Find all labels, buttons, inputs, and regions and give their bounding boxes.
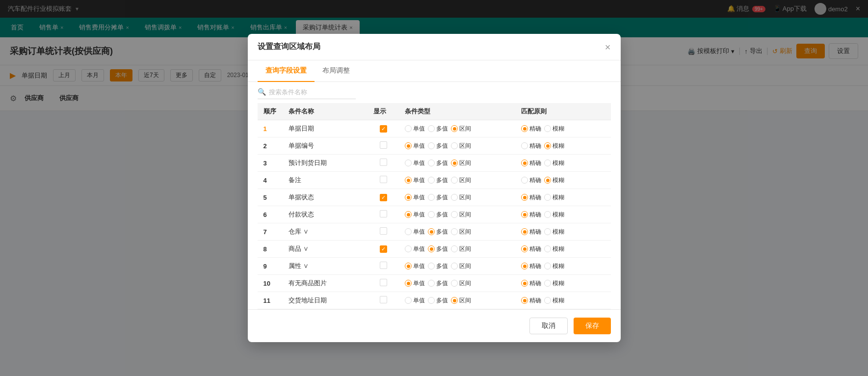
radio-circle-icon — [405, 160, 412, 166]
show-checkbox[interactable]: ✓ — [380, 194, 387, 201]
radio-label: 区间 — [459, 245, 471, 253]
radio-label: 精确 — [529, 279, 541, 288]
type-radio-item[interactable]: 区间 — [451, 245, 471, 253]
show-checkbox[interactable] — [380, 227, 387, 235]
cell-show[interactable] — [368, 258, 399, 275]
search-input[interactable] — [269, 88, 356, 96]
radio-circle-icon — [521, 280, 528, 287]
type-radio-item[interactable]: 区间 — [451, 296, 471, 305]
cell-show[interactable] — [368, 172, 399, 189]
show-checkbox[interactable] — [380, 159, 387, 166]
type-radio-item[interactable]: 单值 — [405, 245, 425, 253]
match-radio-item[interactable]: 模糊 — [544, 159, 564, 167]
match-radio-item[interactable]: 模糊 — [544, 211, 564, 219]
cell-show[interactable] — [368, 223, 399, 241]
cell-show[interactable] — [368, 206, 399, 223]
cell-show[interactable]: ✓ — [368, 189, 399, 206]
show-checkbox[interactable] — [380, 176, 387, 183]
type-radio-item[interactable]: 多值 — [428, 228, 448, 236]
match-radio-item[interactable]: 精确 — [521, 262, 541, 270]
type-radio-item[interactable]: 单值 — [405, 193, 425, 202]
match-radio-item[interactable]: 精确 — [521, 279, 541, 288]
match-radio-item[interactable]: 模糊 — [544, 125, 564, 133]
radio-label: 模糊 — [552, 125, 564, 133]
type-radio-item[interactable]: 多值 — [428, 193, 448, 202]
radio-circle-icon — [544, 160, 551, 166]
match-radio-item[interactable]: 精确 — [521, 245, 541, 253]
tab-layout[interactable]: 布局调整 — [315, 60, 358, 82]
type-radio-item[interactable]: 区间 — [451, 262, 471, 270]
cell-show[interactable] — [368, 292, 399, 309]
match-radio-item[interactable]: 模糊 — [544, 279, 564, 288]
match-radio-item[interactable]: 模糊 — [544, 193, 564, 202]
type-radio-item[interactable]: 多值 — [428, 159, 448, 167]
type-radio-item[interactable]: 单值 — [405, 125, 425, 133]
save-btn[interactable]: 保存 — [574, 318, 611, 334]
show-checkbox[interactable]: ✓ — [380, 125, 387, 133]
show-checkbox[interactable] — [380, 262, 387, 269]
radio-label: 单值 — [413, 176, 425, 185]
type-radio-item[interactable]: 单值 — [405, 142, 425, 150]
show-checkbox[interactable] — [380, 210, 387, 217]
type-radio-item[interactable]: 单值 — [405, 228, 425, 236]
type-radio-item[interactable]: 多值 — [428, 279, 448, 288]
match-radio-item[interactable]: 模糊 — [544, 296, 564, 305]
dialog-close-btn[interactable]: × — [605, 42, 611, 52]
match-radio-item[interactable]: 模糊 — [544, 176, 564, 185]
match-radio-item[interactable]: 精确 — [521, 159, 541, 167]
show-checkbox[interactable] — [380, 279, 387, 286]
cell-type: 单值多值区间 — [399, 206, 515, 223]
type-radio-item[interactable]: 多值 — [428, 142, 448, 150]
match-radio-item[interactable]: 模糊 — [544, 245, 564, 253]
type-radio-item[interactable]: 区间 — [451, 176, 471, 185]
show-checkbox[interactable] — [380, 296, 387, 303]
type-radio-item[interactable]: 多值 — [428, 125, 448, 133]
cell-type: 单值多值区间 — [399, 241, 515, 258]
tab-query-fields[interactable]: 查询字段设置 — [258, 60, 315, 82]
match-radio-item[interactable]: 精确 — [521, 211, 541, 219]
type-radio-item[interactable]: 单值 — [405, 279, 425, 288]
cell-show[interactable] — [368, 137, 399, 155]
radio-circle-icon — [521, 245, 528, 252]
cell-order: 7 — [258, 223, 283, 241]
match-radio-item[interactable]: 精确 — [521, 296, 541, 305]
cell-show[interactable]: ✓ — [368, 241, 399, 258]
type-radio-item[interactable]: 多值 — [428, 245, 448, 253]
table-row: 9属性 ∨单值多值区间精确模糊 — [258, 258, 611, 275]
match-radio-item[interactable]: 精确 — [521, 228, 541, 236]
cell-show[interactable]: ✓ — [368, 120, 399, 137]
type-radio-item[interactable]: 区间 — [451, 125, 471, 133]
match-radio-item[interactable]: 精确 — [521, 142, 541, 150]
type-radio-item[interactable]: 单值 — [405, 296, 425, 305]
cell-show[interactable] — [368, 155, 399, 172]
type-radio-item[interactable]: 多值 — [428, 176, 448, 185]
match-radio-item[interactable]: 模糊 — [544, 228, 564, 236]
type-radio-item[interactable]: 单值 — [405, 262, 425, 270]
type-radio-item[interactable]: 区间 — [451, 279, 471, 288]
match-radio-item[interactable]: 精确 — [521, 125, 541, 133]
type-radio-item[interactable]: 区间 — [451, 228, 471, 236]
type-radio-item[interactable]: 单值 — [405, 176, 425, 185]
type-radio-item[interactable]: 区间 — [451, 159, 471, 167]
cancel-btn[interactable]: 取消 — [529, 318, 568, 334]
type-radio-item[interactable]: 多值 — [428, 296, 448, 305]
type-radio-item[interactable]: 多值 — [428, 262, 448, 270]
cell-type: 单值多值区间 — [399, 137, 515, 155]
show-checkbox[interactable]: ✓ — [380, 245, 387, 253]
match-radio-item[interactable]: 模糊 — [544, 262, 564, 270]
cell-show[interactable] — [368, 275, 399, 292]
type-radio-item[interactable]: 多值 — [428, 211, 448, 219]
match-radio-item[interactable]: 精确 — [521, 193, 541, 202]
show-checkbox[interactable] — [380, 141, 387, 149]
radio-circle-icon — [428, 228, 435, 235]
radio-circle-icon — [405, 263, 412, 269]
type-radio-item[interactable]: 单值 — [405, 211, 425, 219]
dialog-search: 🔍 — [248, 82, 621, 103]
cell-match: 精确模糊 — [515, 155, 610, 172]
type-radio-item[interactable]: 区间 — [451, 193, 471, 202]
type-radio-item[interactable]: 区间 — [451, 142, 471, 150]
match-radio-item[interactable]: 模糊 — [544, 142, 564, 150]
type-radio-item[interactable]: 单值 — [405, 159, 425, 167]
type-radio-item[interactable]: 区间 — [451, 211, 471, 219]
match-radio-item[interactable]: 精确 — [521, 176, 541, 185]
